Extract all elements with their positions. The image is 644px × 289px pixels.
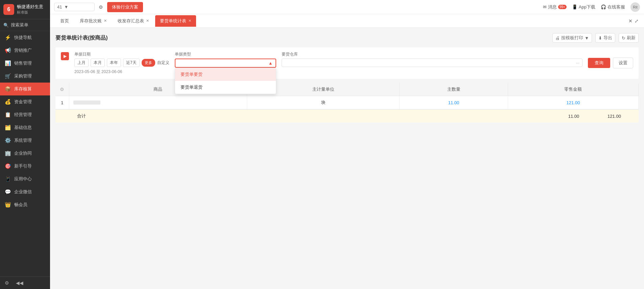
last-month-btn[interactable]: 上月 xyxy=(74,59,89,67)
messages-label: 消息 xyxy=(548,4,557,10)
tab-bar: 首页 库存批次账 ✕ 收发存汇总表 ✕ 要货单统计表 ✕ ✕ ⤢ xyxy=(50,14,644,28)
filter-settings-button[interactable]: 设置 xyxy=(613,58,633,68)
sidebar-search[interactable]: 🔍 搜索菜单 xyxy=(0,19,50,31)
sidebar-item-marketing[interactable]: 📢 营销推广 xyxy=(0,44,50,57)
sidebar-item-label: 系统管理 xyxy=(14,137,32,143)
tab-home[interactable]: 首页 xyxy=(55,15,74,27)
query-button[interactable]: 查询 xyxy=(588,58,610,68)
tab-receive-summary-close[interactable]: ✕ xyxy=(146,19,149,23)
sidebar-item-operation[interactable]: 📋 经营管理 xyxy=(0,108,50,121)
refresh-button[interactable]: ↻ 刷新 xyxy=(619,33,639,43)
sidebar-item-system[interactable]: ⚙️ 系统管理 xyxy=(0,134,50,147)
sidebar-item-label: 快捷导航 xyxy=(14,35,32,41)
sidebar-item-enterprise[interactable]: 🏢 企业协同 xyxy=(0,147,50,160)
quantity-link[interactable]: 11.00 xyxy=(448,100,459,105)
tab-order-summary-close[interactable]: ✕ xyxy=(188,19,191,23)
wechat-icon: 💬 xyxy=(5,189,11,195)
type-filter-label: 单据类型 xyxy=(175,51,276,57)
sidebar-item-guide[interactable]: 🎯 新手引导 xyxy=(0,160,50,173)
row-amount: 121.00 xyxy=(508,96,638,109)
sidebar-item-inventory[interactable]: 📦 库存核算 xyxy=(0,83,50,95)
marketing-icon: 📢 xyxy=(5,47,11,53)
sidebar-footer: ⚙ ◀◀ xyxy=(0,276,50,289)
sidebar-item-appstore[interactable]: 📱 应用中心 xyxy=(0,173,50,185)
sidebar-item-label: 经营管理 xyxy=(14,112,32,118)
sidebar-item-label: 应用中心 xyxy=(14,176,32,182)
guide-icon: 🎯 xyxy=(5,163,11,169)
app-download-action[interactable]: 📱 App下载 xyxy=(572,4,595,10)
table-settings-gear-icon[interactable]: ⚙ xyxy=(60,87,64,92)
sidebar-item-wechat[interactable]: 💬 企业微信 xyxy=(0,185,50,198)
type-dropdown-arrow[interactable]: ▲ xyxy=(268,61,273,66)
enterprise-icon: 🏢 xyxy=(5,150,11,156)
brand-sub: 标准版 xyxy=(17,10,43,15)
sidebar-item-quick-nav[interactable]: ⚡ 快捷导航 xyxy=(0,31,50,44)
chevron-down-icon: ▼ xyxy=(64,4,68,9)
top-header: 41 ▼ ⚙ 体验行业方案 ✉ 消息 99+ 📱 App下载 🎧 在线客服 Ri… xyxy=(50,0,644,14)
sidebar-item-sales[interactable]: 📊 销售管理 xyxy=(0,57,50,70)
message-icon: ✉ xyxy=(543,4,547,9)
sidebar-item-label: 企业协同 xyxy=(14,150,32,156)
sidebar-item-finance[interactable]: 💰 资金管理 xyxy=(0,95,50,108)
sidebar-item-basic[interactable]: 🗂️ 基础信息 xyxy=(0,121,50,134)
type-input[interactable] xyxy=(178,61,268,66)
last-7days-btn[interactable]: 近7天 xyxy=(123,59,140,67)
sales-icon: 📊 xyxy=(5,60,11,66)
tab-receive-summary-label: 收发存汇总表 xyxy=(118,18,144,24)
custom-date-btn[interactable]: 自定义 xyxy=(157,60,169,66)
refresh-icon: ↻ xyxy=(622,36,625,41)
date-range-text: 2023-05-06 至 2023-06-06 xyxy=(74,69,169,75)
user-avatar[interactable]: Rit xyxy=(630,2,640,12)
filter-expand-button[interactable]: ▶ xyxy=(61,52,69,60)
expand-icon[interactable]: ⤢ xyxy=(635,18,639,24)
warehouse-input[interactable] xyxy=(285,60,576,65)
sidebar-item-label: 畅会员 xyxy=(14,202,27,208)
warehouse-dots-icon[interactable]: ··· xyxy=(576,60,579,65)
online-service-action[interactable]: 🎧 在线客服 xyxy=(601,4,625,10)
type-input-row[interactable]: ▲ xyxy=(175,59,276,68)
store-selector[interactable]: 41 ▼ xyxy=(54,3,95,11)
dropdown-item-purchase-order[interactable]: 要货单要货 xyxy=(175,68,276,81)
page-header: 要货单统计表(按商品) 🖨 按模板打印 ▼ ⬇ 导出 ↻ 刷新 xyxy=(55,33,639,43)
filter-panel: ▶ 单据日期 上月 本月 本年 近7天 更多 自定义 2023-05-06 至 … xyxy=(55,47,639,79)
page-title: 要货单统计表(按商品) xyxy=(55,35,108,42)
sidebar-item-vip[interactable]: 👑 畅会员 xyxy=(0,198,50,211)
footer-total-label: 合计 xyxy=(73,113,553,119)
tab-order-summary[interactable]: 要货单统计表 ✕ xyxy=(155,15,196,27)
print-button[interactable]: 🖨 按模板打印 ▼ xyxy=(552,33,592,43)
service-icon: 🎧 xyxy=(601,4,606,9)
search-icon: 🔍 xyxy=(3,23,9,28)
tab-batch-account-close[interactable]: ✕ xyxy=(104,19,107,23)
sidebar-nav: ⚡ 快捷导航 📢 营销推广 📊 销售管理 🛒 采购管理 📦 库存核算 💰 资金管… xyxy=(0,31,50,276)
sidebar-item-label: 库存核算 xyxy=(14,86,32,92)
this-year-btn[interactable]: 本年 xyxy=(107,59,121,67)
online-service-label: 在线客服 xyxy=(607,4,625,10)
messages-action[interactable]: ✉ 消息 99+ xyxy=(543,4,567,10)
tab-batch-account[interactable]: 库存批次账 ✕ xyxy=(75,15,112,27)
tab-receive-summary[interactable]: 收发存汇总表 ✕ xyxy=(113,15,154,27)
tab-batch-account-label: 库存批次账 xyxy=(80,18,102,24)
sidebar: 6 畅捷通好生意 标准版 🔍 搜索菜单 ⚡ 快捷导航 📢 营销推广 📊 销售管理… xyxy=(0,0,50,289)
export-button[interactable]: ⬇ 导出 xyxy=(595,33,615,43)
logo-icon: 6 xyxy=(3,4,14,15)
date-filter-label: 单据日期 xyxy=(74,51,169,57)
collapse-sidebar-icon[interactable]: ◀◀ xyxy=(16,280,23,286)
settings-footer-icon[interactable]: ⚙ xyxy=(5,280,9,286)
col-amount-header: 零售金额 xyxy=(508,83,638,96)
amount-link[interactable]: 121.00 xyxy=(567,100,580,105)
operation-icon: 📋 xyxy=(5,112,11,118)
dropdown-item-purchase-return[interactable]: 要货单退货 xyxy=(175,81,276,94)
header-gear-icon[interactable]: ⚙ xyxy=(99,4,103,10)
appstore-icon: 📱 xyxy=(5,176,11,182)
col-settings-header[interactable]: ⚙ xyxy=(55,83,69,96)
warehouse-filter-group: 要货仓库 ··· xyxy=(282,51,582,67)
row-quantity: 11.00 xyxy=(400,96,508,109)
sidebar-item-purchase[interactable]: 🛒 采购管理 xyxy=(0,70,50,83)
trial-button[interactable]: 体验行业方案 xyxy=(107,2,143,12)
this-month-btn[interactable]: 本月 xyxy=(91,59,105,67)
vip-icon: 👑 xyxy=(5,202,11,208)
more-dates-btn[interactable]: 更多 xyxy=(142,59,155,67)
footer-amount-value: 121.00 xyxy=(594,114,635,119)
close-all-icon[interactable]: ✕ xyxy=(628,18,633,24)
header-actions: ✉ 消息 99+ 📱 App下载 🎧 在线客服 Rit xyxy=(543,2,640,12)
